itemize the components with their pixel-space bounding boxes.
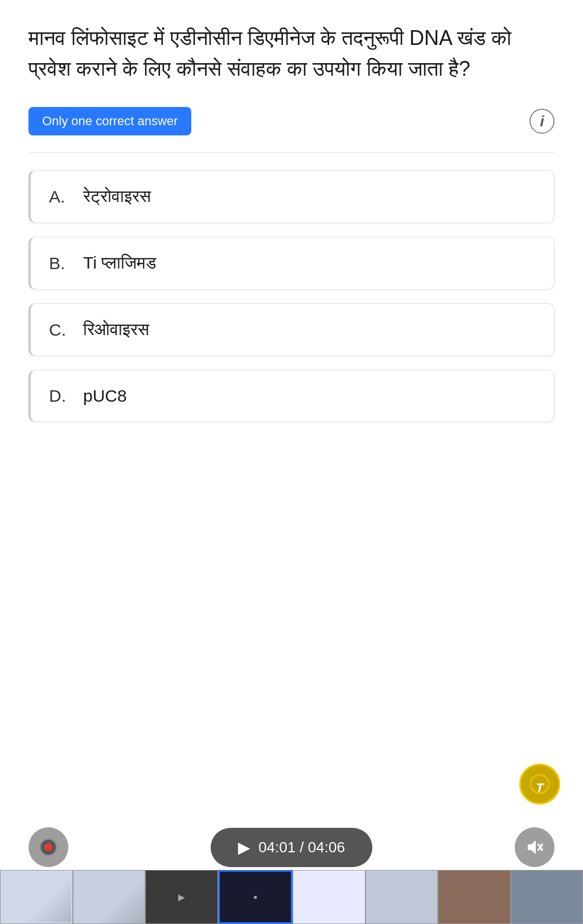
thumb-3[interactable]: ▶	[145, 870, 218, 924]
section-divider	[28, 152, 555, 153]
option-a-text: रेट्रोवाइरस	[83, 187, 151, 207]
thumb-7[interactable]	[438, 870, 511, 924]
option-c-label: C.	[49, 320, 69, 340]
option-c-text: रिओवाइरस	[83, 320, 149, 340]
badge-row: Only one correct answer i	[28, 107, 555, 135]
thumb-8[interactable]	[511, 870, 584, 924]
mute-button[interactable]	[515, 827, 555, 867]
play-pause-button[interactable]: ▶ 04:01 / 04:06	[211, 828, 372, 867]
player-time: 04:01 / 04:06	[258, 839, 345, 856]
thumb-1[interactable]	[0, 870, 73, 924]
option-a-label: A.	[49, 187, 69, 207]
question-text: मानव लिंफोसाइट में एडीनोसीन डिएमीनेज के …	[28, 23, 555, 84]
text-tool-button[interactable]: T	[519, 764, 560, 805]
thumb-4[interactable]: ■	[218, 870, 293, 924]
option-b-label: B.	[49, 254, 69, 273]
thumb-2[interactable]	[73, 870, 146, 924]
thumbnail-strip: ▶ ■	[0, 870, 583, 924]
option-b[interactable]: B. Ti प्लाजिमड	[28, 237, 555, 290]
option-a[interactable]: A. रेट्रोवाइरस	[28, 170, 555, 223]
thumb-6[interactable]	[366, 870, 438, 924]
thumb-5[interactable]	[293, 870, 366, 924]
option-b-text: Ti प्लाजिमड	[83, 253, 156, 273]
svg-marker-4	[528, 840, 536, 854]
option-d-label: D.	[49, 386, 69, 406]
answer-type-badge: Only one correct answer	[28, 107, 191, 135]
player-bar: ▶ 04:01 / 04:06	[0, 827, 583, 867]
play-icon: ▶	[238, 838, 251, 857]
option-d[interactable]: D. pUC8	[28, 370, 555, 422]
main-content: मानव लिंफोसाइट में एडीनोसीन डिएमीनेज के …	[0, 0, 583, 434]
info-icon[interactable]: i	[529, 109, 555, 134]
option-d-text: pUC8	[83, 386, 127, 406]
svg-point-3	[44, 843, 52, 851]
option-c[interactable]: C. रिओवाइरस	[28, 303, 555, 356]
options-container: A. रेट्रोवाइरस B. Ti प्लाजिमड C. रिओवाइर…	[28, 170, 555, 422]
record-button[interactable]	[28, 827, 68, 867]
